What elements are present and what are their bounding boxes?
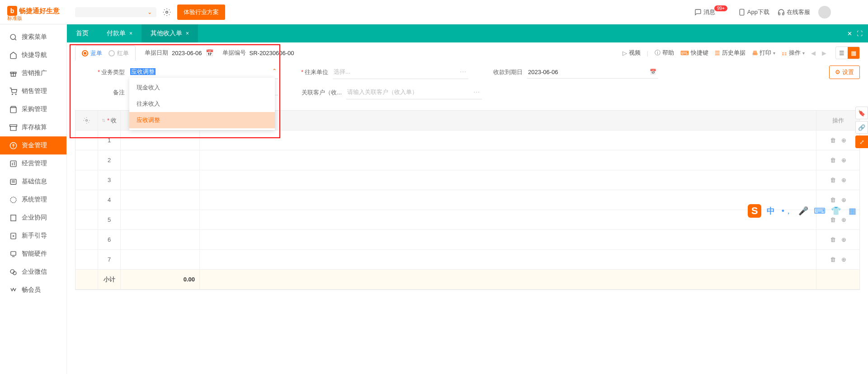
message-button[interactable]: 消息 99+ — [694, 8, 730, 16]
due-date-input[interactable]: 2023-06-06 📅 — [527, 66, 658, 79]
card-view-icon[interactable]: ▦ — [848, 47, 859, 59]
history-icon: ☰ — [715, 50, 720, 56]
related-input[interactable]: 请输入关联客户（收入单） ··· — [346, 85, 482, 99]
trial-button[interactable]: 体验行业方案 — [177, 5, 225, 20]
print-label: 打印 — [760, 49, 771, 57]
tag-icon[interactable]: 🔖 — [855, 107, 868, 119]
sidebar-item-system[interactable]: 系统管理 — [0, 191, 66, 209]
dropdown-option[interactable]: 往来收入 — [129, 96, 275, 112]
copy-icon[interactable]: ⊕ — [841, 196, 846, 203]
copy-icon[interactable]: ⊕ — [841, 177, 846, 183]
doc-date-value[interactable]: 2023-06-06 — [172, 50, 202, 56]
history-button[interactable]: ☰历史单据 — [715, 49, 745, 57]
link-icon[interactable]: 🔗 — [855, 121, 868, 134]
ime-logo-icon[interactable]: S — [748, 204, 761, 218]
ime-skin-icon[interactable]: 👕 — [829, 204, 843, 218]
app-download-button[interactable]: App下载 — [738, 8, 769, 16]
close-icon[interactable]: × — [129, 30, 132, 37]
tab-payment[interactable]: 付款单× — [98, 24, 142, 42]
close-icon[interactable]: × — [186, 30, 189, 37]
help-button[interactable]: ⓘ帮助 — [655, 49, 674, 57]
chevron-down-icon: ⌄ — [147, 9, 152, 15]
svg-point-20 — [10, 197, 16, 203]
svg-rect-21 — [10, 215, 15, 221]
sidebar-item-operations[interactable]: 经营管理 — [0, 154, 66, 173]
doc-num-label: 单据编号 — [222, 49, 246, 57]
table-row[interactable]: 3🗑⊕ — [75, 170, 859, 190]
settings-button[interactable]: ⚙ 设置 — [829, 65, 860, 79]
video-button[interactable]: ▷视频 — [623, 49, 641, 57]
next-icon[interactable]: ▶ — [822, 50, 826, 56]
table-row[interactable]: 5🗑⊕ — [75, 210, 859, 230]
row-index: 7 — [98, 250, 121, 269]
dropdown-option[interactable]: 现金收入 — [129, 79, 275, 96]
tab-bar: 首页 付款单× 其他收入单× ✕ ⛶ — [67, 24, 868, 42]
chart-icon — [9, 159, 17, 168]
delete-icon[interactable]: 🗑 — [830, 177, 836, 183]
radio-blue[interactable]: 蓝单 — [82, 49, 102, 57]
sidebar-item-marketing[interactable]: 营销推广 — [0, 64, 66, 82]
keyboard-icon: ⌨ — [680, 50, 689, 56]
partner-select[interactable]: 选择... ··· — [333, 65, 468, 79]
sidebar-item-purchase[interactable]: 采购管理 — [0, 100, 66, 118]
ime-keyboard-icon[interactable]: ⌨ — [813, 204, 826, 218]
sidebar-item-guide[interactable]: 新手引导 — [0, 227, 66, 245]
delete-icon[interactable]: 🗑 — [830, 256, 836, 263]
settings-gear-icon[interactable] — [163, 8, 171, 16]
sidebar-item-inventory[interactable]: 库存核算 — [0, 118, 66, 136]
sidebar-item-member[interactable]: 畅会员 — [0, 281, 66, 299]
table-row[interactable]: 4🗑⊕ — [75, 190, 859, 210]
copy-icon[interactable]: ⊕ — [841, 157, 846, 164]
building-icon — [9, 214, 17, 222]
print-button[interactable]: 🖶打印▾ — [752, 49, 775, 57]
copy-icon[interactable]: ⊕ — [841, 137, 846, 144]
sidebar-item-basedata[interactable]: 基础信息 — [0, 173, 66, 191]
ellipsis-icon[interactable]: ··· — [460, 68, 467, 75]
close-all-icon[interactable]: ✕ — [847, 30, 852, 37]
dropdown-option[interactable]: 应收调整 — [129, 112, 275, 128]
bag-icon — [9, 105, 17, 113]
expand-icon[interactable]: ⛶ — [857, 30, 863, 37]
delete-icon[interactable]: 🗑 — [830, 157, 836, 164]
user-area[interactable] — [818, 6, 861, 19]
view-toggle: ☰ ▦ — [835, 47, 860, 59]
delete-icon[interactable]: 🗑 — [830, 196, 836, 203]
sidebar-item-wechat[interactable]: 企业微信 — [0, 263, 66, 281]
copy-icon[interactable]: ⊕ — [841, 256, 846, 263]
list-view-icon[interactable]: ☰ — [836, 47, 848, 59]
radio-red[interactable]: 红单 — [108, 49, 129, 57]
partner-placeholder: 选择... — [334, 68, 350, 75]
ime-menu-icon[interactable]: ▦ — [845, 204, 859, 218]
sidebar-item-hardware[interactable]: 智能硬件 — [0, 245, 66, 263]
company-selector[interactable]: ⌄ — [75, 7, 156, 17]
biz-type-select[interactable]: 应收调整 ⌃ 现金收入 往来收入 应收调整 — [129, 65, 278, 79]
table-row[interactable]: 2🗑⊕ — [75, 150, 859, 170]
expand-orange-icon[interactable]: ⤢ — [855, 136, 868, 148]
operate-button[interactable]: ⚏操作▾ — [782, 49, 805, 57]
ellipsis-icon[interactable]: ··· — [473, 88, 480, 95]
delete-icon[interactable]: 🗑 — [830, 236, 836, 243]
delete-icon[interactable]: 🗑 — [830, 137, 836, 144]
ime-lang-icon[interactable]: 中 — [764, 204, 778, 218]
sidebar-item-search[interactable]: 搜索菜单 — [0, 28, 66, 46]
online-service-button[interactable]: 在线客服 — [778, 8, 810, 16]
settings-column[interactable] — [75, 111, 98, 130]
sidebar-item-finance[interactable]: 资金管理 — [0, 136, 66, 154]
tab-home[interactable]: 首页 — [67, 24, 98, 42]
calendar-icon[interactable]: 📅 — [206, 49, 213, 56]
copy-icon[interactable]: ⊕ — [841, 236, 846, 243]
table-row[interactable]: 6🗑⊕ — [75, 230, 859, 250]
sidebar-label: 营销推广 — [22, 69, 47, 77]
shortcut-button[interactable]: ⌨快捷键 — [680, 49, 708, 57]
table-row[interactable]: 7🗑⊕ — [75, 250, 859, 270]
sidebar-item-sales[interactable]: 销售管理 — [0, 82, 66, 100]
sidebar-item-collab[interactable]: 企业协同 — [0, 209, 66, 227]
tab-other-income[interactable]: 其他收入单× — [142, 24, 198, 42]
ime-voice-icon[interactable]: 🎤 — [797, 204, 810, 218]
ime-punct-icon[interactable]: •， — [780, 204, 794, 218]
table-row[interactable]: 1🗑⊕ — [75, 131, 859, 150]
sidebar-label: 快捷导航 — [22, 51, 47, 59]
sidebar-item-quicknav[interactable]: 快捷导航 — [0, 46, 66, 64]
prev-icon[interactable]: ◀ — [811, 50, 816, 56]
calendar-icon[interactable]: 📅 — [650, 69, 656, 75]
